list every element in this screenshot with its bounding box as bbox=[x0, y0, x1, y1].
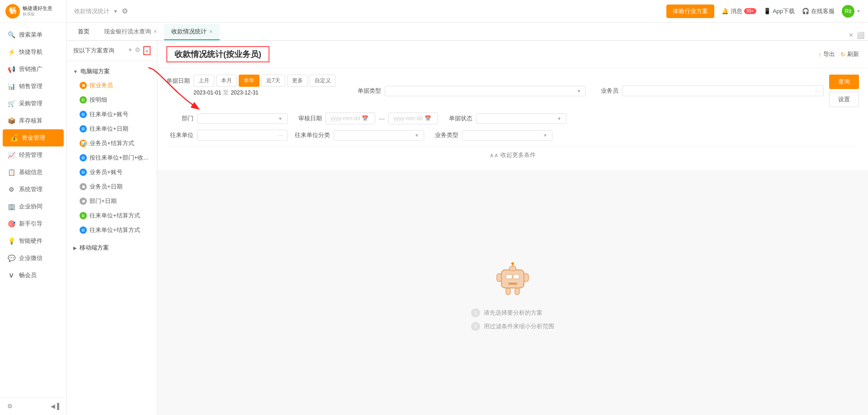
smart-hw-icon: 💡 bbox=[7, 237, 15, 245]
tree-item-label-by-detail: 按明细 bbox=[90, 96, 107, 104]
sidebar-item-wechat[interactable]: 💬 企业微信 bbox=[0, 250, 66, 267]
collapse-more-btn[interactable]: ∧∧ 收起更多条件 bbox=[490, 151, 536, 159]
app-download-label: App下载 bbox=[773, 7, 795, 15]
set-btn[interactable]: 设置 bbox=[829, 92, 859, 107]
business-type-select[interactable]: ▼ bbox=[462, 130, 552, 141]
tree-item-by-unit-settle1[interactable]: ⊞ 往来单位+结算方式 bbox=[67, 208, 157, 223]
tree-item-by-salesman-settle[interactable]: 📊 业务员+结算方式 bbox=[67, 136, 157, 151]
tree-item-by-salesman[interactable]: ⏺ 按业务员 bbox=[67, 78, 157, 93]
sidebar-item-basic[interactable]: 📋 基础信息 bbox=[0, 164, 66, 181]
unit-date-icon: ⊞ bbox=[80, 125, 87, 132]
right-content: 收款情况统计(按业务员) ↑ 导出 ↻ 刷新 bbox=[157, 41, 868, 415]
download-icon: 📱 bbox=[764, 8, 771, 14]
sidebar-item-search[interactable]: 🔍 搜索菜单 bbox=[0, 26, 66, 43]
unit-account-icon: ⊞ bbox=[80, 111, 87, 118]
operation-icon: 📈 bbox=[7, 151, 15, 159]
partner-category-select[interactable]: ▼ bbox=[334, 130, 424, 141]
doc-status-select[interactable]: ▼ bbox=[476, 113, 566, 124]
filter-salesman: 业务员 ··· bbox=[591, 85, 824, 96]
header-breadcrumb: 收款情况统计 bbox=[74, 7, 109, 15]
panel-collapse-icon[interactable]: « bbox=[143, 46, 151, 55]
page-title-bar: 收款情况统计(按业务员) ↑ 导出 ↻ 刷新 bbox=[157, 41, 868, 68]
tab-bank-flow[interactable]: 现金银行流水查询 × bbox=[97, 24, 164, 40]
trial-btn[interactable]: 体验行业方案 bbox=[666, 5, 714, 18]
date-btn-this-year[interactable]: 本年 bbox=[239, 75, 259, 87]
sidebar-item-purchase[interactable]: 🛒 采购管理 bbox=[0, 95, 66, 112]
hint-num-2: 2 bbox=[471, 322, 480, 331]
header-settings-icon[interactable]: ⚙ bbox=[122, 7, 128, 15]
hint-num-1: 1 bbox=[471, 308, 480, 317]
tree-item-by-unit-account[interactable]: ⊞ 往来单位+账号 bbox=[67, 107, 157, 122]
notifications-btn[interactable]: 🔔 消息 99+ bbox=[722, 7, 756, 15]
add-scheme-icon[interactable]: + bbox=[128, 46, 132, 55]
main-container: 收款情况统计 ▼ ⚙ 体验行业方案 🔔 消息 99+ 📱 App下载 🎧 在线客… bbox=[67, 0, 868, 415]
calendar-end-icon: 📅 bbox=[425, 115, 431, 122]
date-btn-this-month[interactable]: 本月 bbox=[216, 75, 237, 87]
inventory-icon: 📦 bbox=[7, 117, 15, 125]
tree-item-by-unit-dept[interactable]: ⊞ 按往来单位+部门+收... bbox=[67, 151, 157, 165]
page-content: 按以下方案查询 + ⚙ « ▼ 电脑端方案 ⏺ 按业务员 bbox=[67, 41, 868, 415]
tree-item-by-unit-date[interactable]: ⊞ 往来单位+日期 bbox=[67, 122, 157, 136]
service-icon: 🎧 bbox=[802, 8, 809, 14]
sidebar-item-enterprise[interactable]: 🏢 企业协同 bbox=[0, 198, 66, 215]
partner-category-caret: ▼ bbox=[415, 133, 419, 138]
sidebar-item-smart-hw[interactable]: 💡 智能硬件 bbox=[0, 232, 66, 250]
refresh-btn[interactable]: ↻ 刷新 bbox=[840, 50, 859, 58]
scheme-settings-icon[interactable]: ⚙ bbox=[135, 46, 141, 55]
audit-date-end-input[interactable]: yyyy-mm-dd 📅 bbox=[388, 113, 438, 124]
tab-collection-close[interactable]: × bbox=[209, 28, 212, 35]
tab-home-label: 首页 bbox=[78, 28, 90, 36]
date-btn-last-7[interactable]: 近7天 bbox=[261, 75, 285, 87]
tree-group-desktop-header[interactable]: ▼ 电脑端方案 bbox=[67, 65, 157, 78]
dept-select[interactable]: ▼ bbox=[197, 113, 288, 124]
sidebar-nav: 🔍 搜索菜单 ⚡ 快捷导航 📢 营销推广 📊 销售管理 🛒 采购管理 📦 库存核… bbox=[0, 23, 66, 397]
sidebar-item-capital[interactable]: 💰 资金管理 bbox=[3, 129, 64, 146]
collapse-area: ∧∧ 收起更多条件 bbox=[166, 146, 859, 164]
tab-bank-flow-close[interactable]: × bbox=[154, 28, 157, 35]
sidebar-settings-icon[interactable]: ⚙ bbox=[7, 403, 13, 410]
tree-item-by-salesman-date[interactable]: ⏺ 业务员+日期 bbox=[67, 179, 157, 194]
sidebar-item-label-smart-hw: 智能硬件 bbox=[19, 237, 42, 245]
app-download-btn[interactable]: 📱 App下载 bbox=[764, 7, 795, 15]
filter-partner: 往来单位 ··· bbox=[166, 130, 288, 141]
sidebar-item-marketing[interactable]: 📢 营销推广 bbox=[0, 61, 66, 78]
date-btn-custom[interactable]: 自定义 bbox=[310, 75, 336, 87]
query-btn[interactable]: 查询 bbox=[829, 75, 859, 89]
tree-item-by-salesman-account[interactable]: ⊞ 业务员+账号 bbox=[67, 165, 157, 179]
left-panel-title: 按以下方案查询 bbox=[73, 47, 114, 55]
hint-item-2: 2 用过滤条件来缩小分析范围 bbox=[471, 322, 554, 331]
window-close-icon[interactable]: × bbox=[849, 31, 853, 39]
sidebar-item-sales[interactable]: 📊 销售管理 bbox=[0, 78, 66, 95]
salesman-select[interactable]: ··· bbox=[622, 85, 824, 96]
date-btn-last-month[interactable]: 上月 bbox=[193, 75, 214, 87]
tree-item-by-detail[interactable]: ⊞ 按明细 bbox=[67, 93, 157, 107]
online-service-btn[interactable]: 🎧 在线客服 bbox=[802, 7, 835, 15]
sidebar-item-system[interactable]: ⚙ 系统管理 bbox=[0, 181, 66, 198]
window-maximize-icon[interactable]: ⬜ bbox=[857, 32, 864, 39]
hint-text-1: 请先选择要分析的方案 bbox=[484, 309, 542, 317]
export-btn[interactable]: ↑ 导出 bbox=[819, 50, 835, 58]
tab-home[interactable]: 首页 bbox=[71, 24, 97, 40]
user-menu[interactable]: Rit ▼ bbox=[842, 5, 861, 18]
tab-collection[interactable]: 收款情况统计 × bbox=[164, 24, 220, 40]
tree-item-by-dept-date[interactable]: ⏺ 部门+日期 bbox=[67, 194, 157, 208]
tree-item-by-unit-settle2[interactable]: ⊞ 往来单位+结算方式 bbox=[67, 223, 157, 237]
sidebar-item-inventory[interactable]: 📦 库存核算 bbox=[0, 112, 66, 129]
sidebar-collapse-icon[interactable]: ◀▐ bbox=[51, 403, 59, 410]
header-left: 收款情况统计 ▼ ⚙ bbox=[74, 7, 128, 15]
date-btn-more[interactable]: 更多 bbox=[287, 75, 308, 87]
sidebar-item-label-enterprise: 企业协同 bbox=[19, 203, 42, 211]
partner-select[interactable]: ··· bbox=[197, 130, 288, 141]
tree-group-mobile-header[interactable]: ▶ 移动端方案 bbox=[67, 241, 157, 255]
sidebar-item-operation[interactable]: 📈 经营管理 bbox=[0, 146, 66, 164]
doc-type-select[interactable]: ▼ bbox=[385, 86, 586, 96]
salesman-account-icon: ⊞ bbox=[80, 169, 87, 176]
data-area: 1 请先选择要分析的方案 2 用过滤条件来缩小分析范围 bbox=[157, 170, 868, 415]
audit-date-start-input[interactable]: yyyy-mm-dd 📅 bbox=[326, 113, 375, 124]
sidebar-item-quick-nav[interactable]: ⚡ 快捷导航 bbox=[0, 43, 66, 61]
svg-rect-9 bbox=[506, 288, 510, 295]
header-dropdown-icon[interactable]: ▼ bbox=[113, 9, 118, 14]
tree-item-label-by-salesman: 按业务员 bbox=[90, 81, 113, 90]
sidebar-item-guide[interactable]: 🎯 新手引导 bbox=[0, 215, 66, 232]
sidebar-item-member[interactable]: V 畅会员 bbox=[0, 267, 66, 284]
